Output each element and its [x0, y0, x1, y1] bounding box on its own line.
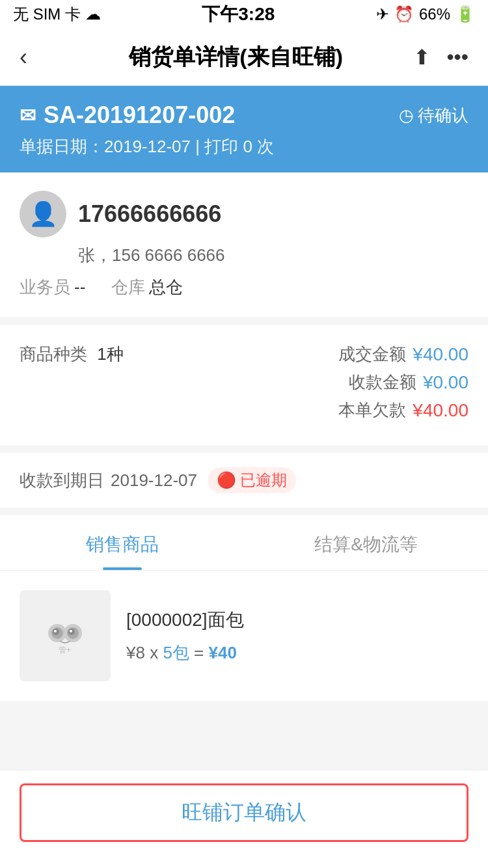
header-card-top: ✉ SA-20191207-002 ◷ 待确认 [20, 102, 468, 129]
amount-row: 成交金额 ¥40.00 [338, 343, 468, 366]
page-title: 销货单详情(来自旺铺) [59, 42, 413, 72]
status-time: 下午3:28 [202, 2, 275, 27]
status-left: 无 SIM 卡 ☁ [13, 4, 101, 25]
tabs-row: 销售商品 结算&物流等 [0, 515, 488, 570]
tabs-section: 销售商品 结算&物流等 [0, 515, 488, 571]
owed-value: ¥40.00 [413, 400, 468, 421]
received-row: 收款金额 ¥0.00 [338, 371, 468, 394]
share-icon[interactable]: ⬆ [413, 45, 431, 70]
svg-text:管+: 管+ [59, 645, 71, 655]
type-value: 1种 [97, 344, 123, 364]
back-button[interactable]: ‹ [20, 44, 59, 71]
location-icon: ✈ [376, 5, 389, 23]
overdue-text: 已逾期 [240, 470, 287, 491]
product-image: 管+ [20, 590, 111, 681]
product-total: ¥40 [209, 643, 237, 662]
avatar-icon: 👤 [29, 200, 58, 228]
order-status-badge: ◷ 待确认 [399, 104, 468, 127]
confirm-order-button[interactable]: 旺铺订单确认 [20, 783, 468, 842]
type-label: 商品种类 [20, 344, 87, 364]
salesperson-label: 业务员 [20, 276, 70, 299]
product-unit-price: ¥8 [126, 643, 145, 662]
nav-actions: ⬆ ••• [413, 45, 468, 70]
received-value: ¥0.00 [423, 372, 468, 393]
equals-symbol: = [194, 643, 208, 662]
owed-row: 本单欠款 ¥40.00 [338, 399, 468, 422]
alarm-icon: ⏰ [394, 5, 414, 23]
status-bar: 无 SIM 卡 ☁ 下午3:28 ✈ ⏰ 66% 🔋 [0, 0, 488, 29]
amount-value: ¥40.00 [413, 344, 468, 365]
received-label: 收款金额 [349, 371, 416, 394]
multiply-symbol: x [150, 643, 163, 662]
product-item: 管+ [0000002]面包 ¥8 x 5包 = ¥40 [0, 571, 488, 701]
product-name: [0000002]面包 [126, 608, 468, 632]
order-id-text: SA-20191207-002 [44, 102, 235, 129]
sim-status: 无 SIM 卡 ☁ [13, 4, 101, 25]
product-info: [0000002]面包 ¥8 x 5包 = ¥40 [126, 608, 468, 664]
customer-phone: 17666666666 [78, 200, 221, 228]
product-logo-icon: 管+ [39, 616, 91, 655]
tab-sales-products[interactable]: 销售商品 [0, 515, 244, 570]
svg-point-7 [70, 630, 72, 632]
due-date-section: 收款到期日 2019-12-07 🔴 已逾期 [0, 453, 488, 515]
customer-info-row: 业务员 -- 仓库 总仓 [20, 276, 468, 299]
battery-level: 66% [419, 5, 450, 23]
product-price: ¥8 x 5包 = ¥40 [126, 642, 468, 664]
bottom-bar: 旺铺订单确认 [0, 770, 488, 868]
svg-point-6 [54, 630, 57, 632]
tab-sales-label: 销售商品 [86, 534, 159, 554]
order-meta: 单据日期：2019-12-07 | 打印 0 次 [20, 135, 468, 158]
due-date-label: 收款到期日 [20, 469, 104, 492]
product-section: 管+ [0000002]面包 ¥8 x 5包 = ¥40 [0, 571, 488, 701]
customer-top: 👤 17666666666 [20, 191, 468, 237]
stats-left: 商品种类 1种 [20, 343, 124, 366]
stats-section: 商品种类 1种 成交金额 ¥40.00 收款金额 ¥0.00 本单欠款 ¥40.… [0, 325, 488, 453]
owed-label: 本单欠款 [338, 399, 406, 422]
nav-bar: ‹ 销货单详情(来自旺铺) ⬆ ••• [0, 29, 488, 86]
warehouse-value: 总仓 [149, 276, 183, 299]
salesperson-value: -- [74, 277, 85, 297]
customer-name: 张，156 6666 6666 [20, 244, 468, 267]
tab-active-underline [103, 567, 142, 570]
overdue-badge: 🔴 已逾期 [208, 467, 296, 493]
customer-avatar: 👤 [20, 191, 66, 237]
order-header-card: ✉ SA-20191207-002 ◷ 待确认 单据日期：2019-12-07 … [0, 86, 488, 172]
status-clock-icon: ◷ [399, 105, 414, 126]
stats-right: 成交金额 ¥40.00 收款金额 ¥0.00 本单欠款 ¥40.00 [338, 343, 468, 427]
customer-section: 👤 17666666666 张，156 6666 6666 业务员 -- 仓库 … [0, 172, 488, 325]
overdue-icon: 🔴 [217, 471, 236, 489]
status-right: ✈ ⏰ 66% 🔋 [376, 5, 475, 23]
battery-icon: 🔋 [455, 5, 475, 23]
warehouse-label: 仓库 [111, 276, 145, 299]
more-icon[interactable]: ••• [446, 45, 468, 69]
tab-settlement-logistics[interactable]: 结算&物流等 [244, 515, 488, 570]
order-icon: ✉ [20, 104, 36, 127]
product-qty: 5包 [163, 643, 189, 662]
amount-label: 成交金额 [338, 343, 406, 366]
order-status-text: 待确认 [418, 104, 468, 127]
due-date-value: 2019-12-07 [111, 470, 197, 491]
order-id: ✉ SA-20191207-002 [20, 102, 235, 129]
tab-settlement-label: 结算&物流等 [314, 534, 418, 554]
